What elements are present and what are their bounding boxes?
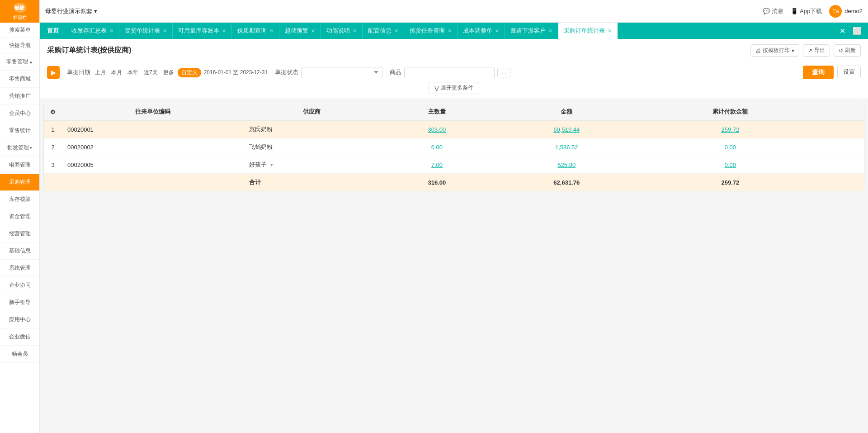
last-7days-btn[interactable]: 近7天 xyxy=(142,68,160,77)
gear-icon[interactable]: ⚙ xyxy=(50,109,56,115)
data-table: ⚙ 往来单位编码 供应商 主数量 金额 累计付款金额 1 00020001 xyxy=(44,103,864,191)
tab-overstock-alert[interactable]: 超储预警 ✕ xyxy=(279,23,321,39)
cell-paid[interactable]: 0.00 xyxy=(640,156,821,174)
footer-empty2 xyxy=(62,174,244,191)
tab-close-icon9[interactable]: ✕ xyxy=(495,28,499,34)
date-range-display: 2016-01-01 至 2023-12-31 xyxy=(204,69,268,76)
col-extra xyxy=(821,103,864,121)
tab-usable-stock[interactable]: 可用量库存账本 ✕ xyxy=(173,23,232,39)
sidebar-item-sys-mgmt[interactable]: 系统管理 xyxy=(0,260,39,277)
sidebar-item-retail-stats[interactable]: 零售统计 xyxy=(0,122,39,139)
last-month-btn[interactable]: 上月 xyxy=(93,68,108,77)
tab-pick-task[interactable]: 拣货任务管理 ✕ xyxy=(404,23,458,39)
sidebar-item-enterprise[interactable]: 企业协同 xyxy=(0,277,39,294)
tab-func-desc[interactable]: 功能说明 ✕ xyxy=(321,23,363,39)
tab-close-icon7[interactable]: ✕ xyxy=(394,28,398,34)
refresh-button[interactable]: ↺ 刷新 xyxy=(834,44,861,57)
sidebar-item-ops[interactable]: 经营管理 xyxy=(0,225,39,243)
more-dates-btn[interactable]: 更多 xyxy=(161,68,176,77)
sidebar-item-membership[interactable]: 畅会员 xyxy=(0,346,39,363)
tab-close-icon8[interactable]: ✕ xyxy=(448,28,452,34)
sidebar-item-basic-info[interactable]: 基础信息 xyxy=(0,243,39,260)
sidebar-item-search[interactable]: 搜索菜单 xyxy=(0,23,39,38)
tab-home[interactable]: 首页 xyxy=(40,27,66,35)
query-button[interactable]: 查询 xyxy=(803,66,834,79)
user-profile[interactable]: Ea demo2 xyxy=(829,5,863,18)
app-download-btn[interactable]: 📱 App下载 xyxy=(791,7,822,15)
tab-close-icon3[interactable]: ✕ xyxy=(222,28,226,34)
tab-fullscreen-icon[interactable]: ⬜ xyxy=(850,26,864,36)
settings-button[interactable]: 设置 xyxy=(837,66,861,78)
sidebar-item-inventory[interactable]: 库存核算 xyxy=(0,191,39,208)
goods-input[interactable] xyxy=(404,67,495,78)
col-paid: 累计付款金额 xyxy=(640,103,821,121)
avatar: Ea xyxy=(829,5,842,18)
cell-supplier: 飞鹤奶粉 xyxy=(244,138,380,156)
sidebar-item-marketing[interactable]: 营销推广 xyxy=(0,88,39,105)
tab-close-all-icon[interactable]: ✕ xyxy=(837,26,848,36)
sidebar-item-finance[interactable]: 资金管理 xyxy=(0,208,39,225)
table-footer-row: 合计 316.00 62,631.76 259.72 xyxy=(44,174,864,191)
col-supplier: 供应商 xyxy=(244,103,380,121)
cell-quantity[interactable]: 303.00 xyxy=(380,121,494,138)
cell-quantity[interactable]: 6.00 xyxy=(380,138,494,156)
message-icon: 💬 xyxy=(763,8,770,14)
expand-more-btn[interactable]: ⋁ 展开更多条件 xyxy=(429,82,479,94)
cell-paid[interactable]: 0.00 xyxy=(640,138,821,156)
page-content: 采购订单统计表(按供应商) 🖨 按模板打印 ▾ ↗ 导出 ↺ 刷新 xyxy=(40,39,868,433)
cell-quantity[interactable]: 7.00 xyxy=(380,156,494,174)
footer-amount: 62,631.76 xyxy=(494,174,639,191)
footer-paid: 259.72 xyxy=(640,174,821,191)
cell-amount[interactable]: 60,519.44 xyxy=(494,121,639,138)
tab-close-icon2[interactable]: ✕ xyxy=(163,28,167,34)
status-select[interactable] xyxy=(301,67,382,78)
tab-config-info[interactable]: 配置信息 ✕ xyxy=(363,23,404,39)
table-row: 2 00020002 飞鹤奶粉 6.00 1,586.52 0.00 xyxy=(44,138,864,156)
this-month-btn[interactable]: 本月 xyxy=(109,68,124,77)
custom-date-btn[interactable]: 自定义 xyxy=(178,68,201,77)
account-selector[interactable]: 母婴行业演示账套 ▾ xyxy=(45,7,97,15)
tab-purchase-stats[interactable]: 采购订单统计表 ✕ xyxy=(558,23,618,39)
arrow-down-icon: ▲ xyxy=(29,60,33,64)
tabbar-actions: ✕ ⬜ xyxy=(837,26,868,36)
tab-close-icon5[interactable]: ✕ xyxy=(311,28,315,34)
date-shortcuts: 上月 本月 本年 近7天 更多 自定义 xyxy=(93,68,201,77)
sidebar-item-retail-mgmt[interactable]: 零售管理 ▲ xyxy=(0,53,39,71)
tab-close-icon[interactable]: ✕ xyxy=(109,28,113,34)
tab-close-icon4[interactable]: ✕ xyxy=(269,28,274,34)
tab-close-icon10[interactable]: ✕ xyxy=(548,28,552,34)
sidebar-item-wechat[interactable]: 企业微信 xyxy=(0,328,39,346)
cell-amount[interactable]: 1,586.52 xyxy=(494,138,639,156)
tab-cost-adjust[interactable]: 成本调整单 ✕ xyxy=(458,23,505,39)
export-button[interactable]: ↗ 导出 xyxy=(803,44,830,57)
sidebar-item-quick-nav[interactable]: 快捷导航 xyxy=(0,38,39,53)
tab-receive-pay[interactable]: 收发存汇总表 ✕ xyxy=(66,23,119,39)
sidebar-item-ecommerce[interactable]: 电商管理 xyxy=(0,157,39,174)
sidebar-item-app-center[interactable]: 应用中心 xyxy=(0,311,39,328)
sidebar-item-wholesale[interactable]: 批发管理 ▾ xyxy=(0,139,39,157)
filter-area: ▶ 单据日期 上月 本月 本年 近7天 更多 自定义 2016-01-01 至 … xyxy=(47,61,861,99)
page-header: 采购订单统计表(按供应商) 🖨 按模板打印 ▾ ↗ 导出 ↺ 刷新 xyxy=(40,39,868,99)
cell-code: 00020005 xyxy=(62,156,244,174)
tab-close-icon6[interactable]: ✕ xyxy=(353,28,357,34)
page-title-row: 采购订单统计表(按供应商) 🖨 按模板打印 ▾ ↗ 导出 ↺ 刷新 xyxy=(47,44,861,57)
sidebar-item-newbie[interactable]: 新手引导 xyxy=(0,294,39,311)
goods-more-btn[interactable]: ··· xyxy=(497,68,510,77)
sidebar-item-members[interactable]: 会员中心 xyxy=(0,105,39,122)
sidebar-item-retail-shop[interactable]: 零售商城 xyxy=(0,71,39,88)
page-title: 采购订单统计表(按供应商) xyxy=(47,46,132,55)
cell-amount[interactable]: 525.80 xyxy=(494,156,639,174)
filter-toggle-btn[interactable]: ▶ xyxy=(47,66,60,79)
tab-goods-stats[interactable]: 要货单统计表 ✕ xyxy=(119,23,173,39)
goods-filter-group: 商品 ··· xyxy=(390,67,510,78)
tab-expiry-query[interactable]: 保质期查询 ✕ xyxy=(232,23,279,39)
footer-label: 合计 xyxy=(244,174,380,191)
print-button[interactable]: 🖨 按模板打印 ▾ xyxy=(750,44,799,57)
tab-invite-downstream[interactable]: 邀请下游客户 ✕ xyxy=(505,23,558,39)
status-filter-label: 单据状态 xyxy=(275,68,298,76)
cell-paid[interactable]: 259.72 xyxy=(640,121,821,138)
this-year-btn[interactable]: 本年 xyxy=(126,68,140,77)
sidebar-item-purchase[interactable]: 采购管理 xyxy=(0,174,39,191)
tab-close-icon11[interactable]: ✕ xyxy=(608,28,612,34)
message-btn[interactable]: 💬 消息 xyxy=(763,7,783,15)
